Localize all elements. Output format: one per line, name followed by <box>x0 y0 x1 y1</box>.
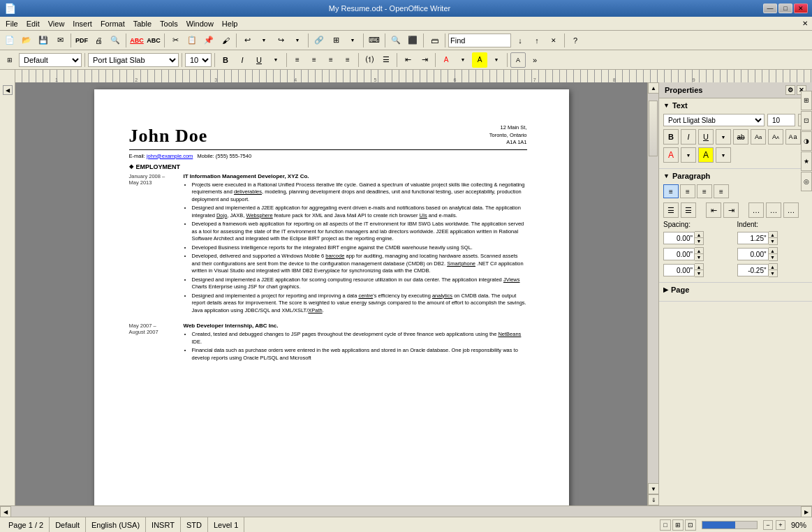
view-btn-2[interactable]: ⊞ <box>672 519 684 531</box>
align-right-button[interactable]: ≡ <box>323 52 339 68</box>
tb-styles-btn[interactable]: ⊞ <box>2 52 17 68</box>
tb-more[interactable]: » <box>527 52 542 68</box>
selection-mode[interactable]: STD <box>181 517 208 532</box>
prop-underline-drop[interactable]: ▼ <box>716 129 731 145</box>
menu-close-button[interactable]: ✕ <box>799 18 811 29</box>
tb-fields[interactable]: ⌨ <box>367 33 382 48</box>
first-line-up[interactable]: ▲ <box>769 264 777 270</box>
prop-font-size[interactable] <box>767 114 795 126</box>
prop-indent-dec[interactable]: ⇤ <box>706 202 721 218</box>
hscroll-track[interactable] <box>11 506 801 517</box>
indent-after-down[interactable]: ▼ <box>769 254 777 260</box>
prop-italic[interactable]: I <box>681 129 696 145</box>
properties-settings-btn[interactable]: ⚙ <box>785 85 795 95</box>
tb-insert-drop[interactable]: ▼ <box>345 33 360 48</box>
tb-copy[interactable]: 📋 <box>184 33 200 48</box>
tb-numbering[interactable]: ⑴ <box>362 52 377 68</box>
tb-find[interactable]: 🔍 <box>388 33 404 48</box>
prop-highlight-drop[interactable]: ▼ <box>716 147 731 163</box>
scroll-left-arrow[interactable]: ◀ <box>0 506 11 517</box>
scroll-to-bottom[interactable]: ⇓ <box>648 494 659 505</box>
tb-highlight[interactable]: A <box>472 52 487 68</box>
page-section-title[interactable]: ▶ Page <box>663 286 808 294</box>
prop-spacing[interactable]: Aa <box>785 129 801 145</box>
menu-file[interactable]: File <box>1 17 22 30</box>
tb-redo[interactable]: ↪ <box>273 33 288 48</box>
sidebar-icon-4[interactable]: ★ <box>801 152 812 171</box>
tb-find-prev[interactable]: ↑ <box>529 33 545 48</box>
tb-indent-inc[interactable]: ⇥ <box>417 52 432 68</box>
menu-format[interactable]: Format <box>96 17 129 30</box>
find-input[interactable] <box>448 34 511 47</box>
zoom-in-btn[interactable]: + <box>776 520 785 530</box>
tb-table[interactable]: ⊞ <box>328 33 344 48</box>
first-line-down[interactable]: ▼ <box>769 270 777 276</box>
align-left-button[interactable]: ≡ <box>290 52 305 68</box>
italic-button[interactable]: I <box>235 52 250 68</box>
menu-help[interactable]: Help <box>218 17 242 30</box>
zoom-out-btn[interactable]: − <box>763 520 773 530</box>
menu-table[interactable]: Table <box>129 17 156 30</box>
left-sidebar-toggle[interactable]: ◀ <box>3 85 13 95</box>
tb-undo[interactable]: ↩ <box>239 33 255 48</box>
prop-underline[interactable]: U <box>698 129 714 145</box>
underline-button[interactable]: U <box>251 52 267 68</box>
font-size-dropdown[interactable]: 10 <box>185 53 212 67</box>
sidebar-icon-5[interactable]: ◎ <box>801 172 812 191</box>
align-justify-button[interactable]: ≡ <box>340 52 355 68</box>
tb-cut[interactable]: ✂ <box>168 33 183 48</box>
tb-new[interactable]: 📄 <box>2 33 17 48</box>
tb-u-drop[interactable]: ▼ <box>268 52 283 68</box>
paragraph-style-dropdown[interactable]: Default <box>19 53 82 67</box>
view-btn-3[interactable]: ⊡ <box>685 519 696 531</box>
text-section-title[interactable]: ▼ Text <box>663 101 808 110</box>
font-name-dropdown[interactable]: Port Lligat Slab <box>88 53 179 67</box>
prop-insert-items2[interactable]: … <box>766 202 781 218</box>
tb-highlight-drop[interactable]: ▼ <box>489 52 504 68</box>
spacing-below-down[interactable]: ▼ <box>695 254 703 260</box>
prop-font-color-drop[interactable]: ▼ <box>681 147 696 163</box>
zoom-slider[interactable] <box>702 521 758 529</box>
menu-tools[interactable]: Tools <box>156 17 182 30</box>
scroll-thumb[interactable] <box>649 101 658 156</box>
prop-superscript[interactable]: Aa <box>751 129 766 145</box>
prop-list-props[interactable]: ☰ <box>681 202 696 218</box>
line-spacing-input[interactable] <box>663 264 695 276</box>
prop-indent-inc[interactable]: ⇥ <box>723 202 739 218</box>
spacing-above-down[interactable]: ▼ <box>695 238 703 244</box>
prop-insert-items[interactable]: … <box>748 202 764 218</box>
indent-before-down[interactable]: ▼ <box>769 238 777 244</box>
tb-bullets[interactable]: ☰ <box>378 52 394 68</box>
prop-font-dropdown[interactable]: Port Lligat Slab <box>663 114 765 126</box>
tb-undo-drop[interactable]: ▼ <box>256 33 272 48</box>
indent-before-up[interactable]: ▲ <box>769 232 777 238</box>
indent-after-up[interactable]: ▲ <box>769 248 777 254</box>
tb-paste[interactable]: 📌 <box>201 33 216 48</box>
tb-help[interactable]: ? <box>568 33 583 48</box>
sidebar-icon-1[interactable]: ⊞ <box>801 91 812 110</box>
sidebar-icon-3[interactable]: ◑ <box>801 131 812 151</box>
tb-hyperlink[interactable]: 🔗 <box>311 33 327 48</box>
tb-format-paint[interactable]: 🖌 <box>218 33 233 48</box>
align-left-prop[interactable]: ≡ <box>663 184 679 198</box>
tb-datasource[interactable]: 🗃 <box>427 33 442 48</box>
resume-email-link[interactable]: john@example.com <box>147 153 193 159</box>
menu-edit[interactable]: Edit <box>22 17 44 30</box>
paragraph-section-title[interactable]: ▼ Paragraph <box>663 172 808 180</box>
tb-indent-dec[interactable]: ⇤ <box>400 52 415 68</box>
spacing-below-input[interactable] <box>663 248 695 260</box>
sidebar-icon-2[interactable]: ⊡ <box>801 111 812 131</box>
close-button[interactable]: ✕ <box>794 3 808 13</box>
indent-after-input[interactable] <box>737 248 769 260</box>
insert-mode[interactable]: INSRT <box>146 517 181 532</box>
scroll-down-arrow[interactable]: ▼ <box>648 483 659 494</box>
spacing-above-input[interactable] <box>663 232 695 244</box>
align-justify-prop[interactable]: ≡ <box>714 184 729 198</box>
tb-open[interactable]: 📂 <box>19 33 34 48</box>
align-center-button[interactable]: ≡ <box>307 52 322 68</box>
prop-bold[interactable]: B <box>663 129 679 145</box>
vertical-scrollbar[interactable]: ▲ ▼ ⇓ <box>647 82 658 505</box>
prop-highlight[interactable]: A <box>698 147 714 163</box>
horizontal-scrollbar[interactable]: ◀ ▶ <box>0 505 812 517</box>
scroll-track[interactable] <box>648 94 658 483</box>
